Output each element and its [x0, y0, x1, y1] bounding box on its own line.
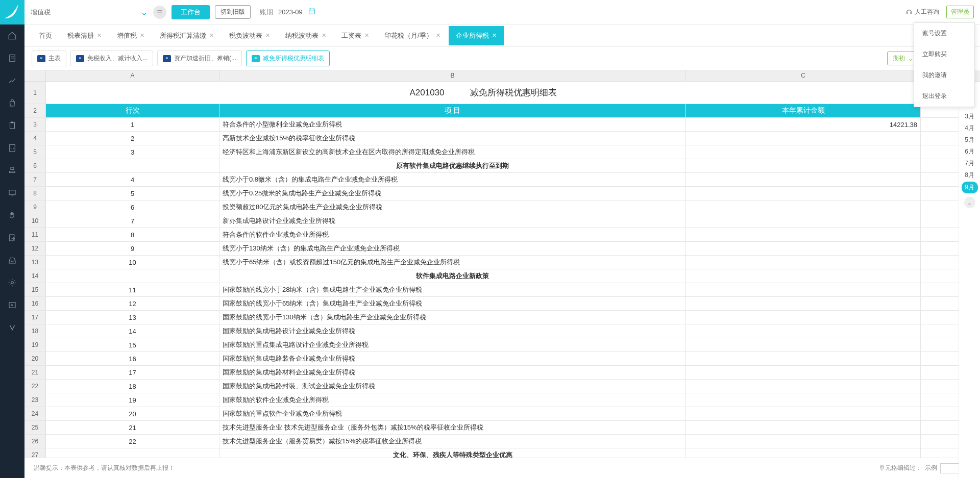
- cell[interactable]: 线宽小于0.25微米的集成电路生产企业减免企业所得税: [219, 187, 686, 200]
- cell[interactable]: 9: [46, 242, 219, 255]
- row-header[interactable]: 25: [24, 421, 46, 434]
- row-header[interactable]: 19: [24, 338, 46, 351]
- cell[interactable]: 10: [46, 256, 219, 269]
- row-header[interactable]: 24: [24, 407, 46, 420]
- cell[interactable]: [686, 242, 921, 255]
- cell[interactable]: 技术先进型服务企业（服务贸易类）减按15%的税率征收企业所得税: [219, 435, 686, 448]
- nav-export-icon[interactable]: [0, 227, 24, 249]
- cell[interactable]: [46, 159, 219, 172]
- cell[interactable]: [686, 256, 921, 269]
- cell[interactable]: 22: [46, 435, 219, 448]
- cell[interactable]: [686, 311, 921, 324]
- nav-play-icon[interactable]: [0, 294, 24, 316]
- logo[interactable]: [0, 0, 24, 24]
- cell[interactable]: 国家鼓励的集成电路封装、测试企业减免企业所得税: [219, 380, 686, 393]
- cell[interactable]: 国家鼓励的软件企业减免企业所得税: [219, 393, 686, 407]
- row-header[interactable]: 21: [24, 366, 46, 379]
- cell[interactable]: [686, 352, 921, 365]
- cell[interactable]: 21: [46, 421, 219, 434]
- cell[interactable]: [686, 421, 921, 434]
- nav-home-icon[interactable]: [0, 24, 24, 47]
- close-icon[interactable]: ✕: [97, 32, 102, 39]
- cell[interactable]: 4: [46, 173, 219, 186]
- tab[interactable]: 所得税汇算清缴✕: [153, 26, 221, 45]
- list-icon[interactable]: [153, 6, 166, 19]
- cell[interactable]: 8: [46, 228, 219, 241]
- consult-link[interactable]: 人工咨询: [905, 8, 939, 16]
- row-header[interactable]: 27: [24, 448, 46, 458]
- cell[interactable]: [686, 324, 921, 338]
- close-icon[interactable]: ✕: [265, 32, 270, 39]
- nav-doc-icon[interactable]: [0, 47, 24, 69]
- row-header[interactable]: 11: [24, 228, 46, 241]
- cell[interactable]: [46, 269, 219, 283]
- cell[interactable]: 16: [46, 352, 219, 365]
- cell[interactable]: 国家鼓励的线宽小于28纳米（含）集成电路生产企业减免企业所得税: [219, 283, 686, 296]
- row-header[interactable]: 2: [24, 104, 46, 117]
- cell[interactable]: 线宽小于65纳米（含）或投资额超过150亿元的集成电路生产企业减免企业所得税: [219, 256, 686, 269]
- cell[interactable]: [686, 338, 921, 351]
- cell[interactable]: [686, 145, 921, 159]
- month-item[interactable]: 7月: [962, 158, 978, 169]
- cell[interactable]: 国家鼓励的集成电路材料企业减免企业所得税: [219, 366, 686, 379]
- row-header[interactable]: 12: [24, 242, 46, 255]
- subtab[interactable]: ≡资产加速折旧、摊销(...: [157, 51, 242, 66]
- cell[interactable]: 7: [46, 214, 219, 228]
- row-header[interactable]: 18: [24, 324, 46, 338]
- header-cell[interactable]: 行次: [46, 104, 219, 117]
- cell[interactable]: [686, 132, 921, 145]
- tab[interactable]: 税负波动表✕: [222, 26, 277, 45]
- nav-calc-icon[interactable]: [0, 137, 24, 159]
- calendar-icon[interactable]: [308, 7, 316, 17]
- cell[interactable]: [686, 393, 921, 407]
- subtab[interactable]: ≡免税收入、减计收入...: [70, 51, 153, 66]
- row-header[interactable]: 13: [24, 256, 46, 269]
- cell[interactable]: 18: [46, 380, 219, 393]
- header-cell[interactable]: 本年累计金额: [686, 104, 921, 117]
- cell[interactable]: 国家鼓励的集成电路装备企业减免企业所得税: [219, 352, 686, 365]
- close-icon[interactable]: ✕: [436, 32, 440, 39]
- cell[interactable]: 20: [46, 407, 219, 420]
- month-item[interactable]: 3月: [962, 111, 978, 122]
- col-header-c[interactable]: C: [686, 70, 921, 81]
- cell[interactable]: 符合条件的小型微利企业减免企业所得税: [219, 118, 686, 131]
- close-icon[interactable]: ✕: [364, 32, 369, 39]
- cell[interactable]: 5: [46, 187, 219, 200]
- row-header[interactable]: 1: [24, 82, 46, 104]
- nav-v-icon[interactable]: [0, 316, 24, 339]
- col-header-a[interactable]: A: [46, 70, 219, 81]
- sheet-title[interactable]: A201030 减免所得税优惠明细表: [46, 82, 921, 104]
- cell[interactable]: 国家鼓励的集成电路设计企业减免企业所得税: [219, 324, 686, 338]
- cell[interactable]: 线宽小于0.8微米（含）的集成电路生产企业减免企业所得税: [219, 173, 686, 186]
- cell[interactable]: 符合条件的软件企业减免企业所得税: [219, 228, 686, 241]
- row-header[interactable]: 9: [24, 200, 46, 214]
- cell[interactable]: 国家鼓励的线宽小于65纳米（含）集成电路生产企业减免企业所得税: [219, 297, 686, 310]
- cell[interactable]: 14221.38: [686, 118, 921, 131]
- cell[interactable]: 高新技术企业减按15%的税率征收企业所得税: [219, 132, 686, 145]
- cell[interactable]: [686, 435, 921, 448]
- nav-screen-icon[interactable]: [0, 182, 24, 204]
- cell[interactable]: [686, 297, 921, 310]
- cell[interactable]: [686, 200, 921, 214]
- row-header[interactable]: 26: [24, 435, 46, 448]
- close-icon[interactable]: ✕: [209, 32, 214, 39]
- company-select[interactable]: 增值税 ⌄: [31, 7, 148, 18]
- cell[interactable]: 14: [46, 324, 219, 338]
- spreadsheet[interactable]: A B C 1 A201030 减免所得税优惠明细表 2 行次 项 目 本年累计…: [24, 70, 980, 458]
- nav-stamp-icon[interactable]: [0, 159, 24, 182]
- cell[interactable]: 国家鼓励的线宽小于130纳米（含）集成电路生产企业减免企业所得税: [219, 311, 686, 324]
- close-icon[interactable]: ✕: [322, 32, 326, 39]
- cell[interactable]: 11: [46, 283, 219, 296]
- close-icon[interactable]: ✕: [140, 32, 144, 39]
- cell[interactable]: 13: [46, 311, 219, 324]
- dropdown-item[interactable]: 我的邀请: [914, 65, 974, 86]
- dropdown-item[interactable]: 立即购买: [914, 44, 974, 65]
- cell[interactable]: 原有软件集成电路优惠继续执行至到期: [219, 159, 686, 172]
- cell[interactable]: [686, 173, 921, 186]
- cell[interactable]: 12: [46, 297, 219, 310]
- row-header[interactable]: 17: [24, 311, 46, 324]
- cell[interactable]: [686, 283, 921, 296]
- row-header[interactable]: 8: [24, 187, 46, 200]
- close-icon[interactable]: ✕: [492, 32, 497, 39]
- month-item[interactable]: 8月: [962, 169, 978, 181]
